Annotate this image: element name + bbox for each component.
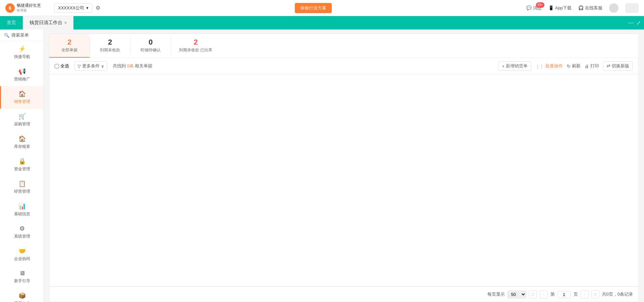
batch-icon: ⋮⋮ (535, 64, 544, 69)
guide-label: 新手引导 (14, 278, 30, 284)
message-icon: 💬 (526, 5, 532, 10)
tab-home[interactable]: 首页 (0, 16, 23, 29)
tab-close-icon[interactable]: × (64, 20, 67, 25)
sidebar-item-purchase[interactable]: 🛒 采购管理 (0, 109, 43, 131)
select-all-label: 全选 (60, 63, 69, 69)
settings-icon[interactable]: ⚙ (96, 5, 100, 11)
next-page-btn[interactable]: ﹥ (581, 290, 589, 298)
system-label: 系统管理 (14, 234, 30, 239)
tab-not-shipped-count: 2 (179, 38, 212, 47)
operations-label: 经营管理 (14, 189, 30, 194)
inventory-label: 库存核算 (14, 144, 30, 149)
tab-wangpu-label: 旺铺待确认 (141, 48, 161, 52)
page-size-select[interactable]: 50 20 100 (507, 291, 526, 298)
prev-page-btn[interactable]: ﹤ (540, 290, 548, 298)
found-info: 共找到 0条 相关单据 (113, 63, 152, 69)
last-page-btn[interactable]: ⟩⟩ (591, 290, 599, 298)
online-service-label: 在线客服 (585, 5, 602, 11)
status-tab-not-shipped[interactable]: 2 到期未收款 已出库 (171, 34, 220, 58)
main-layout: 🔍 搜索菜单 ⚡ 快捷导航 📢 营销推广 🏠 销售管理 🛒 采购管理 🏠 库存核… (0, 29, 644, 302)
sidebar-item-finance[interactable]: 🔒 资金管理 (0, 154, 43, 176)
batch-label: 批量操作 (545, 63, 563, 69)
page-size-label: 每页显示 (487, 291, 505, 297)
quick-nav-icon: ⚡ (18, 45, 26, 53)
sales-label: 销售管理 (14, 99, 30, 105)
sidebar: 🔍 搜索菜单 ⚡ 快捷导航 📢 营销推广 🏠 销售管理 🛒 采购管理 🏠 库存核… (0, 29, 44, 302)
switch-label: 切换新版 (612, 63, 629, 68)
tab-overdue-label: 到期未收款 (100, 48, 120, 52)
company-selector[interactable]: XXXXXX公司 ▾ (54, 3, 92, 13)
tab-expand-btn[interactable]: ⤢ (636, 20, 641, 26)
sales-icon: 🏠 (18, 90, 26, 98)
first-page-btn[interactable]: ⟨⟨ (529, 290, 537, 298)
avatar[interactable] (609, 3, 619, 13)
user-menu[interactable] (625, 3, 639, 13)
app-center-icon: 📦 (18, 292, 26, 299)
basic-info-label: 基础信息 (14, 211, 30, 217)
app-download-label: App下载 (555, 5, 572, 11)
filter-icon: ▽ (77, 64, 81, 69)
status-tab-wangpu[interactable]: 0 旺铺待确认 (130, 34, 171, 58)
app-download-btn[interactable]: 📱 App下载 (548, 5, 572, 11)
tab-wangpu-count: 0 (139, 38, 163, 47)
refresh-label: 刷新 (572, 63, 581, 69)
page-suffix: 页 (574, 291, 578, 297)
experience-btn[interactable]: 体验行业方案 (295, 3, 332, 13)
basic-info-icon: 📊 (18, 202, 26, 210)
purchase-label: 采购管理 (14, 121, 30, 127)
batch-ops-btn[interactable]: ⋮⋮ 批量操作 (535, 63, 563, 69)
sidebar-item-enterprise[interactable]: 🤝 企业协同 (0, 243, 43, 266)
found-prefix: 共找到 (113, 63, 126, 68)
tab-all-count: 2 (57, 38, 82, 47)
add-sales-btn[interactable]: + 新增销货单 (498, 61, 532, 71)
system-icon: ⚙ (19, 225, 25, 232)
status-tab-overdue[interactable]: 2 到期未收款 (90, 34, 130, 58)
sidebar-item-marketing[interactable]: 📢 营销推广 (0, 64, 43, 86)
message-badge: 99+ (536, 2, 544, 8)
switch-icon: ⇄ (607, 63, 610, 68)
sidebar-item-guide[interactable]: 🖥 新手引导 (0, 266, 43, 288)
enterprise-label: 企业协同 (14, 256, 30, 262)
filter-chevron-icon: ∨ (101, 64, 104, 69)
main-content: 2 全部单据 2 到期未收款 0 旺铺待确认 2 到期未收款 已出库 (44, 29, 644, 302)
service-icon: 🎧 (578, 5, 584, 10)
checkbox-input[interactable] (55, 64, 59, 68)
filter-btn[interactable]: ▽ 更多条件 ∨ (74, 61, 107, 71)
tab-bar-right: — ⤢ (625, 16, 644, 29)
download-icon: 📱 (548, 5, 554, 10)
sidebar-item-basic-info[interactable]: 📊 基础信息 (0, 198, 43, 221)
logo-title: 畅捷通好生意 (17, 3, 41, 8)
finance-label: 资金管理 (14, 166, 30, 172)
search-icon: 🔍 (4, 33, 9, 38)
sidebar-item-quick-nav[interactable]: ⚡ 快捷导航 (0, 41, 43, 64)
quick-nav-label: 快捷导航 (14, 54, 30, 60)
sidebar-item-system[interactable]: ⚙ 系统管理 (0, 221, 43, 243)
message-btn[interactable]: 💬 消息 99+ (526, 5, 542, 11)
sidebar-item-operations[interactable]: 📋 经营管理 (0, 176, 43, 198)
page-number-input[interactable] (557, 291, 571, 298)
status-tabs: 2 全部单据 2 到期未收款 0 旺铺待确认 2 到期未收款 已出库 (49, 34, 639, 58)
marketing-icon: 📢 (18, 68, 26, 75)
header-right: 💬 消息 99+ 📱 App下载 🎧 在线客服 (526, 3, 639, 13)
sidebar-item-inventory[interactable]: 🏠 库存核算 (0, 131, 43, 154)
tab-minimize-btn[interactable]: — (628, 20, 634, 26)
print-icon: 🖨 (585, 64, 589, 69)
sidebar-search-label: 搜索菜单 (11, 32, 29, 38)
tab-active[interactable]: 钱货日清工作台 × (23, 16, 73, 29)
online-service-btn[interactable]: 🎧 在线客服 (578, 5, 602, 11)
finance-icon: 🔒 (18, 158, 26, 165)
logo-area: 6 畅捷通好生意 标准版 (5, 3, 49, 13)
print-btn[interactable]: 🖨 打印 (585, 63, 599, 69)
status-tab-all[interactable]: 2 全部单据 (49, 34, 90, 58)
found-suffix: 相关单据 (135, 63, 152, 68)
sidebar-item-app-center[interactable]: 📦 应用中心 (0, 288, 43, 302)
sidebar-item-sales[interactable]: 🏠 销售管理 (0, 86, 43, 109)
tab-all-label: 全部单据 (61, 48, 77, 52)
refresh-btn[interactable]: ↻ 刷新 (567, 63, 581, 69)
sidebar-search[interactable]: 🔍 搜索菜单 (0, 29, 43, 41)
select-all-checkbox[interactable]: 全选 (55, 63, 69, 69)
tab-active-label: 钱货日清工作台 (30, 20, 62, 26)
app-center-label: 应用中心 (14, 301, 30, 302)
total-info: 共0页，0条记录 (602, 291, 633, 297)
switch-version-btn[interactable]: ⇄ 切换新版 (603, 61, 633, 71)
